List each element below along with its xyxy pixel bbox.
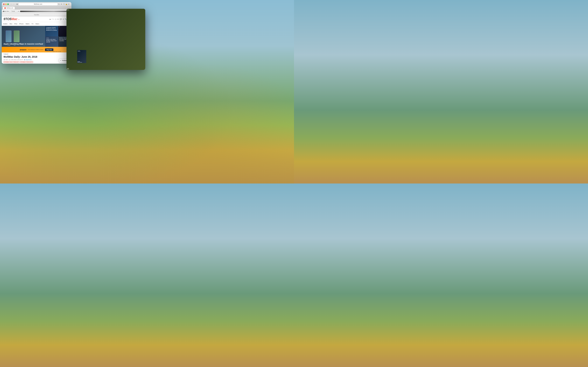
reload-icon[interactable]: ↻ bbox=[58, 3, 60, 5]
toolbar-separator-2 bbox=[17, 10, 17, 12]
sites-icon: W bbox=[3, 11, 4, 12]
minimize-button[interactable] bbox=[5, 3, 7, 5]
favorites-label: Favorites bbox=[34, 14, 39, 15]
follow-button[interactable]: Follow bbox=[62, 60, 67, 61]
phone-new bbox=[13, 30, 20, 43]
browser-window: ‹ › ⊞ 9to5mac.com ↻ ⬆ ⓘ 🔒 + 9 9to5mac.co… bbox=[2, 2, 71, 64]
nav-iphone[interactable]: iPhone▾ bbox=[19, 23, 24, 25]
info-icon[interactable]: ⓘ bbox=[63, 3, 65, 5]
chat-icon[interactable]: 💬 bbox=[60, 18, 62, 20]
article-date: Jun. 29th 2018 12:46 pm PT bbox=[9, 59, 23, 60]
extension-icon[interactable]: 🔒 bbox=[65, 3, 68, 5]
my-sites-button[interactable]: W My Sites bbox=[3, 11, 9, 12]
url-text: 9to5mac.com bbox=[34, 3, 42, 5]
site-header: 9TO5Mac ▾ ▶ f t ◻ ••• 💬 $ 🔧 🔍 bbox=[2, 17, 71, 22]
hero-card-1-text: Compared: Huawei MateBook X Pro vs MacBo… bbox=[46, 27, 58, 31]
browser-content: 9TO5Mac ▾ ▶ f t ◻ ••• 💬 $ 🔧 🔍 Guides▾ Ma… bbox=[2, 17, 71, 63]
tab-label: 9to5mac.com bbox=[7, 7, 13, 8]
close-button[interactable] bbox=[3, 3, 5, 5]
badge-count: 293 bbox=[18, 11, 19, 12]
my-sites-label: My Sites bbox=[5, 11, 9, 12]
itunes-content: Dogs MISSION: bbox=[67, 14, 145, 70]
reader-button[interactable]: Reader bbox=[11, 10, 16, 12]
youtube-icon[interactable]: ▶ bbox=[50, 18, 51, 20]
audio-waveform bbox=[20, 11, 70, 12]
ad-banner: i amazon Free shipping on millions of it… bbox=[2, 47, 71, 52]
new-tab-icon[interactable]: + bbox=[68, 3, 70, 5]
nav-mac[interactable]: Mac▾ bbox=[10, 23, 13, 25]
site-logo: 9TO5Mac ▾ bbox=[3, 17, 19, 21]
facebook-icon[interactable]: f bbox=[52, 18, 52, 20]
tag-podcasts[interactable]: 9TO5MAC PODCASTS bbox=[20, 61, 33, 63]
hero-card-2-text: 9to5Mac Listen to the latest 9to5Mac Hap… bbox=[46, 37, 58, 43]
nav-music[interactable]: Music▾ bbox=[35, 23, 40, 25]
woman-walks-title: WOMANWALKS AHEAD bbox=[78, 61, 82, 63]
hero-card-1[interactable]: Compared: Huawei MateBook X Pro vs MacBo… bbox=[45, 26, 58, 36]
forward-button[interactable]: › bbox=[13, 3, 15, 5]
browser-nav: ‹ › bbox=[10, 3, 15, 5]
twitter-icon[interactable]: t bbox=[53, 18, 54, 20]
nav-guides[interactable]: Guides▾ bbox=[3, 23, 8, 25]
today-label: TODAY bbox=[3, 53, 70, 55]
article-title[interactable]: 9to5Mac Daily: June 29, 2018 bbox=[3, 55, 70, 58]
woman-walks-cast: MICHAELSHANNON bbox=[78, 50, 80, 52]
hero-section: Current New Apple rebuilding Maps in mas… bbox=[2, 26, 71, 47]
shop-now-button[interactable]: Shop Now bbox=[45, 48, 53, 51]
movies-row-1: LOVE,SIMON PACIFIC RIMUPRISING TOMBRAIDE… bbox=[68, 36, 117, 49]
article-twitter[interactable]: @apollozac bbox=[26, 59, 32, 60]
hero-card-2-title: Listen to the latest 9to5Mac Happy Hour … bbox=[46, 39, 57, 43]
browser-titlebar: ‹ › ⊞ 9to5mac.com ↻ ⬆ ⓘ 🔒 + bbox=[2, 2, 71, 6]
ad-text: Free shipping on millions of items. bbox=[28, 49, 44, 50]
movie-tomb-raider[interactable]: TOMBRAIDER bbox=[87, 36, 96, 49]
nav-tv[interactable]: TV▾ bbox=[32, 23, 34, 25]
tab-favicon: 9 bbox=[4, 7, 6, 9]
itunes-window: ≡ Store 🔍 Search Dogs bbox=[67, 9, 145, 70]
nav-ipad[interactable]: iPad▾ bbox=[14, 23, 18, 25]
traffic-lights bbox=[3, 3, 9, 5]
active-tab[interactable]: 9 9to5mac.com bbox=[3, 7, 15, 9]
browser-toolbar: W My Sites Reader 293 bbox=[2, 9, 71, 13]
twitter-icon-article: 🐦 bbox=[24, 59, 25, 60]
itunes-main: Dogs MISSION: bbox=[67, 14, 118, 70]
hero-text: Apple rebuilding Maps in massive overhau… bbox=[3, 43, 43, 45]
movies-grid-section: LOVE,SIMON PACIFIC RIMUPRISING TOMBRAIDE… bbox=[67, 35, 118, 65]
article-author: Zac Hall bbox=[3, 59, 8, 60]
back-button[interactable]: ‹ bbox=[10, 3, 12, 5]
more-icon[interactable]: ••• bbox=[57, 18, 59, 20]
hero-card-2[interactable]: 9to5Mac Listen to the latest 9to5Mac Hap… bbox=[45, 36, 58, 47]
phone-current bbox=[5, 30, 12, 43]
tab-bar: 9 9to5mac.com bbox=[2, 6, 71, 9]
ad-fine-print: Eligible orders over $25 bbox=[53, 51, 61, 52]
hero-card-logo: 4K bbox=[59, 26, 60, 27]
tag-daily-podcast[interactable]: 9TO5MAC DAILY PODCAST bbox=[3, 61, 19, 63]
toolbar-separator bbox=[10, 10, 10, 12]
address-bar[interactable]: 9to5mac.com bbox=[18, 3, 58, 6]
dollar-icon[interactable]: $ bbox=[63, 18, 64, 20]
maximize-button[interactable] bbox=[7, 3, 9, 5]
nav-watch[interactable]: Watch▾ bbox=[26, 23, 30, 25]
hero-headline: Apple rebuilding Maps in massive overhau… bbox=[3, 43, 43, 45]
instagram-icon[interactable]: ◻ bbox=[55, 18, 56, 20]
share-icon[interactable]: ⬆ bbox=[60, 3, 63, 5]
movie-woman-walks-ahead[interactable]: MICHAELSHANNON WOMANWALKS AHEAD bbox=[77, 50, 86, 63]
ad-label: i bbox=[2, 47, 3, 48]
favorites-bar: Favorites bbox=[2, 13, 71, 17]
sidebar-toggle-icon[interactable]: ⊞ bbox=[16, 3, 18, 5]
site-nav: Guides▾ Mac▾ iPad▾ iPhone▾ Watch▾ TV▾ Mu… bbox=[2, 22, 71, 26]
follow-icon: ✓ bbox=[60, 60, 61, 61]
amazon-logo: amazon bbox=[20, 49, 26, 51]
